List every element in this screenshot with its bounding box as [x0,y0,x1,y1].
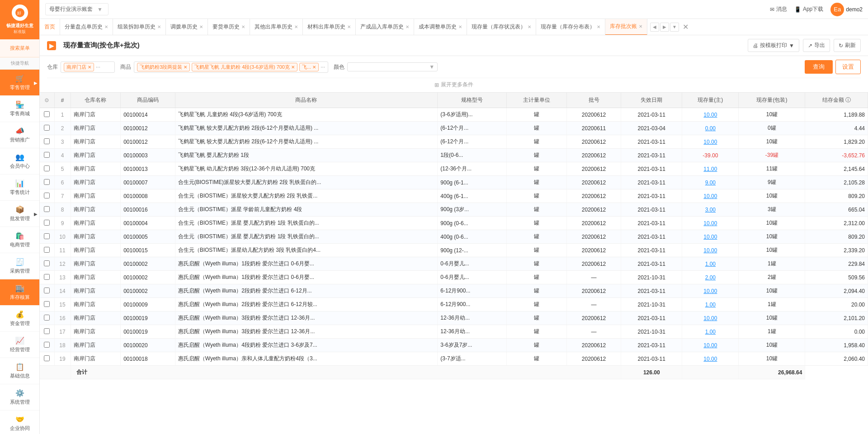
tab-split[interactable]: 分量盘点单历史 ✕ [60,19,113,35]
tab-batch-ledger-close[interactable]: ✕ [639,24,642,29]
tab-batch-ledger[interactable]: 库存批次账 ✕ [605,19,647,35]
tab-other-out[interactable]: 其他出库单历史 ✕ [250,19,303,35]
tab-inv-dist[interactable]: 现存量（库存分布表） ✕ [536,19,605,35]
warehouse-more-btn[interactable]: ··· [96,64,100,70]
sidebar-item-collab[interactable]: 🤝 企业协同 [0,410,39,434]
cell-qty-main[interactable]: -39.00 [682,149,739,162]
cell-checkbox[interactable] [40,257,54,271]
tabs-close-all-btn[interactable]: ✕ [680,23,691,31]
tabs-prev-btn[interactable]: ◀ [650,23,659,32]
cell-qty-main[interactable]: 1.00 [682,257,739,271]
expand-sidebar-btn[interactable]: ▶ [47,41,56,50]
cell-qty-main[interactable]: 10.00 [682,284,739,298]
cell-qty-main[interactable]: 2.00 [682,271,739,284]
account-dropdown-icon[interactable]: ▼ [97,6,103,13]
cell-checkbox[interactable] [40,108,54,122]
cell-qty-main[interactable]: 10.00 [682,189,739,203]
export-btn[interactable]: ↗ 导出 [803,39,830,52]
sidebar-item-finance[interactable]: 💰 资金管理 [0,306,39,332]
cell-qty-main[interactable]: 10.00 [682,135,739,149]
sidebar-item-inventory[interactable]: 🏬 库存核算 [0,279,39,306]
tab-inv-dist-close[interactable]: ✕ [597,24,600,29]
cell-qty-main[interactable]: 1.00 [682,325,739,339]
cell-checkbox[interactable] [40,149,54,162]
cell-qty-main[interactable]: 9.00 [682,176,739,189]
cell-qty-main[interactable]: 1.00 [682,298,739,311]
cell-qty-main[interactable]: 10.00 [682,217,739,230]
color-tag-container[interactable]: ▼ [347,62,438,71]
tab-cost-adj-close[interactable]: ✕ [458,24,462,29]
tab-material-out[interactable]: 材料出库单历史 ✕ [303,19,356,35]
sidebar-item-ecommerce[interactable]: 🛍️ 电商管理 [0,227,39,253]
settings-btn[interactable]: 设置 [835,60,861,74]
tab-product-in[interactable]: 产成品入库单历史 ✕ [356,19,414,35]
cell-checkbox[interactable] [40,189,54,203]
sidebar-search[interactable]: 搜索菜单 [0,39,39,57]
tab-transfer[interactable]: 调拨单历史 ✕ [166,19,208,35]
cell-qty-main[interactable]: 3.00 [682,203,739,217]
tab-inv-status[interactable]: 现存量（库存状况表） ✕ [467,19,536,35]
cell-checkbox[interactable] [40,298,54,311]
cell-checkbox[interactable] [40,352,54,366]
product-tag-3-close[interactable]: ✕ [312,65,316,70]
cell-checkbox[interactable] [40,244,54,257]
sidebar-item-system[interactable]: ⚙️ 系统管理 [0,384,39,410]
topbar-user[interactable]: Ea demo2 [830,3,863,16]
cell-qty-main[interactable]: 10.00 [682,339,739,352]
product-tag-1-close[interactable]: ✕ [184,65,187,70]
cell-checkbox[interactable] [40,284,54,298]
sidebar-item-purchase[interactable]: 🧾 采购管理 [0,253,39,279]
cell-checkbox[interactable] [40,162,54,176]
cell-qty-main[interactable]: 0.00 [682,122,739,135]
filter-expand-area[interactable]: ⊞ 展开更多条件 [47,78,861,89]
cell-checkbox[interactable] [40,230,54,244]
cell-qty-main[interactable]: 10.00 [682,244,739,257]
sidebar-item-wholesale[interactable]: 📦 批发管理 ▶ [0,201,39,227]
tab-other-out-close[interactable]: ✕ [294,24,298,29]
product-tag-2-close[interactable]: ✕ [291,65,295,70]
tab-product-in-close[interactable]: ✕ [406,24,409,29]
cell-checkbox[interactable] [40,135,54,149]
tab-transfer-close[interactable]: ✕ [199,24,203,29]
cell-qty-main[interactable]: 10.00 [682,352,739,366]
tab-disassemble-close[interactable]: ✕ [157,24,161,29]
cell-checkbox[interactable] [40,271,54,284]
cell-checkbox[interactable] [40,122,54,135]
template-dropdown-icon[interactable]: ▼ [789,42,794,49]
cell-qty-main[interactable]: 10.00 [682,311,739,325]
sidebar-item-stats[interactable]: 📊 零售统计 [0,175,39,201]
cell-qty-main[interactable]: 10.00 [682,108,739,122]
product-more-btn[interactable]: ··· [321,64,325,70]
tab-inv-status-close[interactable]: ✕ [528,24,531,29]
refresh-btn[interactable]: ↻ 刷新 [834,39,861,52]
cell-checkbox[interactable] [40,325,54,339]
tab-requisition-close[interactable]: ✕ [241,24,245,29]
account-selector[interactable]: 母婴行业演示账套 ▼ [45,3,108,15]
cell-checkbox[interactable] [40,176,54,189]
cell-qty-main[interactable]: 10.00 [682,230,739,244]
template-print-btn[interactable]: 🖨 按模板打印 ▼ [748,39,799,52]
tab-split-close[interactable]: ✕ [104,24,108,29]
cell-checkbox[interactable] [40,339,54,352]
sidebar-item-marketing[interactable]: 📣 营销推广 [0,122,39,148]
cell-checkbox[interactable] [40,311,54,325]
sidebar-item-member[interactable]: 👥 会员中心 [0,148,39,175]
sidebar-item-shop[interactable]: 🏪 零售商城 [0,96,39,122]
tab-cost-adj[interactable]: 成本调整单历史 ✕ [414,19,467,35]
tab-home[interactable]: 首页 [40,19,60,35]
cell-checkbox[interactable] [40,217,54,230]
color-dropdown-icon[interactable]: ▼ [429,64,434,70]
cell-checkbox[interactable] [40,203,54,217]
sidebar-logo[interactable]: 好 畅捷通好生意 标准版 [0,0,39,39]
sidebar-item-base[interactable]: 📋 基础信息 [0,358,39,384]
column-settings-icon[interactable]: ⚙ [44,97,49,104]
topbar-app-btn[interactable]: 📱 App下载 [794,5,823,13]
search-label[interactable]: 搜索菜单 [3,43,37,53]
sidebar-item-retail[interactable]: 🛒 零售管理 ▶ [0,70,39,96]
warehouse-tag-container[interactable]: 南岸门店 ✕ ··· [61,61,115,73]
cell-qty-main[interactable]: 11.00 [682,162,739,176]
tabs-menu-btn[interactable]: ▼ [670,23,679,32]
tab-requisition[interactable]: 要货单历史 ✕ [208,19,250,35]
warehouse-tag-close[interactable]: ✕ [88,65,91,70]
product-tag-container[interactable]: 飞鹤奶粉3段两提装 ✕ 飞鹤星飞帆 儿童奶粉 4段(3-6岁适用) 700克 ✕… [134,61,328,73]
